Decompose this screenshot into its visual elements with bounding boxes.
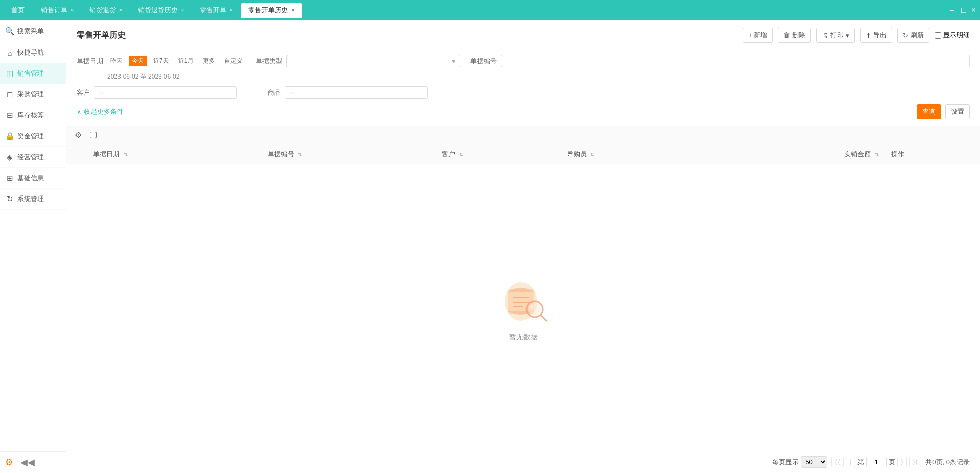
sidebar-bottom: ⚙ ◀◀ (0, 451, 66, 473)
date-btn-yesterday[interactable]: 昨天 (107, 56, 126, 66)
export-label: 导出 (873, 31, 887, 40)
print-button[interactable]: 🖨 打印 ▾ (816, 28, 855, 43)
first-page-button[interactable]: ⟨⟨ (831, 457, 844, 467)
th-actions-label: 操作 (891, 150, 904, 158)
th-date[interactable]: 单据日期 ⇅ (87, 144, 261, 164)
page-input[interactable] (866, 457, 887, 467)
tab-sales-order[interactable]: 销售订单 × (34, 3, 81, 18)
sidebar-search-label: 搜索采单 (17, 27, 44, 36)
date-btn-today[interactable]: 今天 (129, 56, 147, 66)
product-label: 商品 (268, 88, 281, 97)
sidebar-item-system[interactable]: ↻ 系统管理 (0, 189, 66, 210)
finance-icon: 🔒 (5, 132, 14, 141)
sidebar-item-label: 基础信息 (17, 173, 44, 183)
product-filter: 商品 ··· (268, 86, 428, 99)
purchase-icon: ◻ (5, 90, 14, 99)
product-input[interactable]: ··· (285, 86, 428, 99)
table-header-row: 单据日期 ⇅ 单据编号 ⇅ 客户 ⇅ 导购员 ⇅ (66, 144, 980, 164)
filter-area: 单据日期 昨天 今天 近7天 近1月 更多 自定义 单据类型 ▾ (66, 48, 980, 126)
delete-button[interactable]: 🗑 删除 (778, 28, 811, 43)
page-nav: ⟨⟨ ⟨ 第 页 ⟩ ⟩⟩ (831, 457, 921, 467)
header-actions: + 新增 🗑 删除 🖨 打印 ▾ ⬆ 导出 ↻ 刷新 显示明细 (743, 28, 970, 43)
sidebar-item-label: 库存核算 (17, 111, 44, 120)
customer-input[interactable]: ··· (94, 86, 237, 99)
next-page-button[interactable]: ⟩ (897, 457, 907, 467)
page-title: 零售开单历史 (77, 30, 126, 41)
display-detail-checkbox-wrapper[interactable]: 显示明细 (935, 31, 970, 40)
select-all-checkbox[interactable] (90, 132, 97, 138)
retail-open-tab-close[interactable]: × (229, 7, 233, 14)
empty-illustration (493, 273, 554, 325)
sidebar-item-label: 快捷导航 (17, 48, 44, 57)
tab-sales-return[interactable]: 销货退货 × (82, 3, 130, 18)
th-customer-sort-icon: ⇅ (459, 152, 463, 157)
retail-open-history-tab-label: 零售开单历史 (248, 6, 288, 15)
sidebar-search[interactable]: 🔍 搜索采单 (0, 20, 66, 42)
retail-open-history-tab-close[interactable]: × (291, 7, 295, 14)
prev-page-button[interactable]: ⟨ (846, 457, 855, 467)
minimize-button[interactable]: － (948, 5, 956, 16)
doc-type-select[interactable]: ▾ (286, 55, 460, 67)
date-btn-custom[interactable]: 自定义 (221, 56, 246, 66)
doc-type-filter: 单据类型 ▾ (256, 55, 460, 67)
th-amount[interactable]: 实销金额 ⇅ (710, 144, 885, 164)
th-customer[interactable]: 客户 ⇅ (436, 144, 561, 164)
sidebar-item-operation[interactable]: ◈ 经营管理 (0, 147, 66, 168)
sales-order-tab-label: 销售订单 (41, 6, 67, 15)
collapse-icon: ∧ (77, 108, 82, 116)
data-table: 单据日期 ⇅ 单据编号 ⇅ 客户 ⇅ 导购员 ⇅ (66, 144, 980, 164)
sidebar-item-label: 采购管理 (17, 90, 44, 99)
date-btn-1month[interactable]: 近1月 (175, 56, 197, 66)
operation-icon: ◈ (5, 153, 14, 162)
sales-return-history-tab-close[interactable]: × (181, 7, 184, 14)
add-button[interactable]: + 新增 (743, 28, 773, 43)
collapse-button[interactable]: ∧ 收起更多条件 (77, 105, 124, 118)
sidebar-item-quick-nav[interactable]: ⌂ 快捷导航 (0, 42, 66, 63)
tab-retail-open[interactable]: 零售开单 × (193, 3, 240, 18)
sidebar-item-purchase[interactable]: ◻ 采购管理 (0, 84, 66, 105)
sidebar-collapse-icon[interactable]: ◀◀ (20, 457, 35, 468)
inventory-icon: ⊟ (5, 111, 14, 120)
pagination: 每页显示 50 10 20 100 ⟨⟨ ⟨ 第 页 ⟩ ⟩⟩ 共0页, 0条记… (66, 451, 980, 473)
page-label-end: 页 (889, 458, 895, 467)
sales-return-history-tab-label: 销货退货历史 (138, 6, 178, 15)
main-layout: 🔍 搜索采单 ⌂ 快捷导航 ◫ 销售管理 ◻ 采购管理 ⊟ 库存核算 🔒 资金管… (0, 20, 980, 473)
tab-home[interactable]: 首页 (4, 3, 32, 18)
date-btn-more[interactable]: 更多 (200, 56, 218, 66)
doc-no-input[interactable] (501, 55, 970, 67)
doc-type-label: 单据类型 (256, 57, 282, 66)
sales-return-tab-close[interactable]: × (119, 7, 123, 14)
tab-retail-open-history[interactable]: 零售开单历史 × (241, 3, 302, 18)
sidebar-item-label: 经营管理 (17, 153, 44, 162)
sidebar-item-finance[interactable]: 🔒 资金管理 (0, 126, 66, 147)
sidebar-item-basic-info[interactable]: ⊞ 基础信息 (0, 168, 66, 189)
tab-sales-return-history[interactable]: 销货退货历史 × (131, 3, 192, 18)
filter-actions: ∧ 收起更多条件 查询 设置 (77, 104, 970, 119)
quick-nav-icon: ⌂ (5, 48, 14, 57)
svg-point-8 (530, 305, 533, 308)
page-label: 第 (857, 458, 864, 467)
display-detail-label: 显示明细 (943, 31, 970, 40)
close-button[interactable]: × (971, 6, 976, 15)
page-size-dropdown[interactable]: 50 10 20 100 (801, 456, 827, 468)
maximize-button[interactable]: □ (961, 6, 966, 15)
sidebar-item-sales[interactable]: ◫ 销售管理 (0, 63, 66, 84)
table-area: ⚙ 单据日期 ⇅ 单据编号 ⇅ (66, 126, 980, 451)
search-icon: 🔍 (5, 27, 14, 36)
th-salesperson[interactable]: 导购员 ⇅ (561, 144, 710, 164)
settings-filter-button[interactable]: 设置 (945, 104, 970, 119)
query-button[interactable]: 查询 (917, 104, 941, 119)
doc-type-dropdown-icon: ▾ (452, 57, 456, 65)
sidebar-settings-icon[interactable]: ⚙ (5, 457, 13, 468)
refresh-button[interactable]: ↻ 刷新 (897, 28, 929, 43)
display-detail-checkbox[interactable] (935, 32, 941, 39)
export-button[interactable]: ⬆ 导出 (860, 28, 892, 43)
th-salesperson-label: 导购员 (567, 150, 587, 158)
last-page-button[interactable]: ⟩⟩ (909, 457, 921, 467)
sidebar-item-inventory[interactable]: ⊟ 库存核算 (0, 105, 66, 126)
date-btn-7days[interactable]: 近7天 (150, 56, 172, 66)
sales-order-tab-close[interactable]: × (70, 7, 74, 14)
table-settings-icon[interactable]: ⚙ (75, 130, 82, 140)
th-no[interactable]: 单据编号 ⇅ (261, 144, 436, 164)
filter-row-2: 客户 ··· 商品 ··· (77, 86, 970, 99)
